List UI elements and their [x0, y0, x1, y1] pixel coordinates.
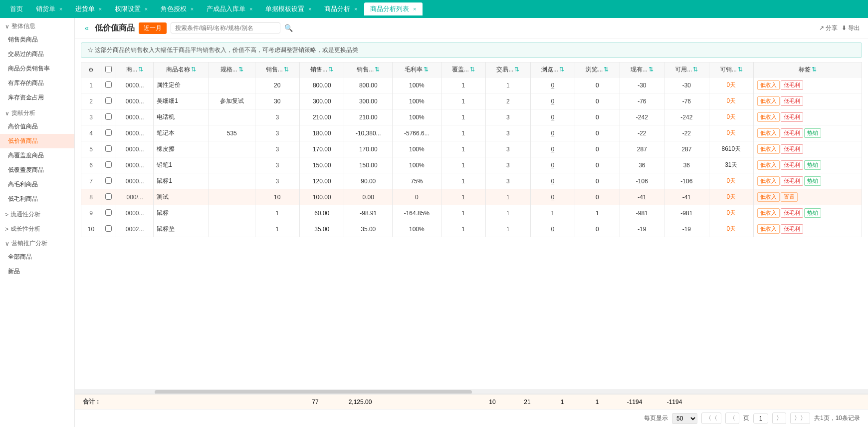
- th-tags[interactable]: 标签⇅: [754, 62, 862, 77]
- cell-name[interactable]: 铅笔1: [154, 157, 209, 173]
- contribution-collapse-icon[interactable]: ∨: [5, 110, 9, 117]
- export-btn[interactable]: ⬇ 导出: [842, 24, 860, 32]
- th-sale-qty[interactable]: 销售...⇅: [255, 62, 299, 77]
- cell-view1[interactable]: 0: [530, 93, 575, 109]
- sidebar-item-sales-products[interactable]: 销售类商品: [0, 32, 74, 47]
- th-trade[interactable]: 交易...⇅: [486, 62, 530, 77]
- cell-checkbox[interactable]: [101, 125, 116, 141]
- cell-checkbox[interactable]: [101, 205, 116, 221]
- th-name[interactable]: 商品名称⇅: [154, 62, 209, 77]
- cell-name[interactable]: 橡皮擦: [154, 141, 209, 157]
- th-available[interactable]: 可用...⇅: [664, 62, 709, 77]
- nav-product-stock-close[interactable]: ×: [249, 6, 252, 12]
- th-sale-amount[interactable]: 销售...⇅: [344, 62, 393, 77]
- nav-permissions-close[interactable]: ×: [145, 6, 148, 12]
- filter-recent-month-btn[interactable]: 近一月: [139, 22, 167, 34]
- sidebar-item-in-stock[interactable]: 有库存的商品: [0, 76, 74, 90]
- nav-sales[interactable]: 销货单 ×: [30, 2, 68, 15]
- sidebar-item-high-coverage[interactable]: 高覆盖度商品: [0, 148, 74, 163]
- cell-view1[interactable]: 0: [530, 141, 575, 157]
- cell-name[interactable]: 属性定价: [154, 77, 209, 93]
- cell-checkbox[interactable]: [101, 141, 116, 157]
- sidebar-group-flow[interactable]: > 流通性分析: [0, 206, 74, 221]
- row-checkbox[interactable]: [105, 225, 112, 232]
- sidebar-item-low-coverage[interactable]: 低覆盖度商品: [0, 163, 74, 177]
- sidebar-group-overall[interactable]: ∨ 整体信息: [0, 18, 74, 32]
- collapse-icon[interactable]: ∨: [5, 23, 9, 30]
- cell-view1[interactable]: 0: [530, 77, 575, 93]
- nav-roles-close[interactable]: ×: [191, 6, 194, 12]
- sidebar-item-category-rate[interactable]: 商品分类销售率: [0, 61, 74, 76]
- cell-checkbox[interactable]: [101, 189, 116, 205]
- cell-name[interactable]: 电话机: [154, 109, 209, 125]
- cell-view1[interactable]: 0: [530, 157, 575, 173]
- nav-purchase-close[interactable]: ×: [99, 6, 102, 12]
- th-view1[interactable]: 浏览...⇅: [530, 62, 575, 77]
- cell-view1[interactable]: 0: [530, 109, 575, 125]
- sidebar-item-high-value[interactable]: 高价值商品: [0, 119, 74, 134]
- table-wrapper[interactable]: ⚙ 商...⇅ 商品名称⇅ 规格...⇅ 销售...⇅ 销售...⇅ 销售...…: [75, 62, 868, 390]
- sidebar-item-traded[interactable]: 交易过的商品: [0, 47, 74, 61]
- cell-name[interactable]: 吴细细1: [154, 93, 209, 109]
- row-checkbox[interactable]: [105, 113, 112, 120]
- cell-checkbox[interactable]: [101, 173, 116, 189]
- th-sale-price[interactable]: 销售...⇅: [299, 62, 344, 77]
- nav-roles[interactable]: 角色授权 ×: [155, 2, 200, 15]
- sidebar-group-growth[interactable]: > 成长性分析: [0, 221, 74, 235]
- row-checkbox[interactable]: [105, 145, 112, 152]
- sidebar-item-all-products[interactable]: 全部商品: [0, 250, 74, 264]
- footer-scroll[interactable]: [75, 390, 868, 394]
- sidebar-item-new-products[interactable]: 新品: [0, 264, 74, 279]
- cell-name[interactable]: 测试: [154, 189, 209, 205]
- cell-name[interactable]: 鼠标1: [154, 173, 209, 189]
- nav-product-analysis[interactable]: 商品分析 ×: [318, 2, 363, 15]
- nav-template-close[interactable]: ×: [308, 6, 311, 12]
- share-btn[interactable]: ↗ 分享: [819, 24, 838, 32]
- nav-product-analysis-list[interactable]: 商品分析列表 ×: [364, 2, 422, 15]
- th-checkbox[interactable]: [101, 62, 116, 77]
- row-checkbox[interactable]: [105, 193, 112, 200]
- nav-analysis-close[interactable]: ×: [354, 6, 357, 12]
- th-saleable[interactable]: 可销...⇅: [709, 62, 753, 77]
- row-checkbox[interactable]: [105, 209, 112, 216]
- sidebar-group-contribution[interactable]: ∨ 贡献分析: [0, 105, 74, 119]
- row-checkbox[interactable]: [105, 161, 112, 168]
- th-settings[interactable]: ⚙: [81, 62, 101, 77]
- row-checkbox[interactable]: [105, 97, 112, 104]
- prev-page-btn[interactable]: 〈: [725, 413, 739, 424]
- cell-view1[interactable]: 1: [530, 205, 575, 221]
- per-page-select[interactable]: 50 100 200: [672, 413, 697, 424]
- th-code[interactable]: 商...⇅: [116, 62, 153, 77]
- first-page-btn[interactable]: 〈〈: [701, 413, 721, 424]
- next-page-btn[interactable]: 〉: [772, 413, 786, 424]
- nav-permissions[interactable]: 权限设置 ×: [109, 2, 154, 15]
- cell-checkbox[interactable]: [101, 109, 116, 125]
- cell-view1[interactable]: 0: [530, 189, 575, 205]
- th-current[interactable]: 现有...⇅: [620, 62, 664, 77]
- sidebar-item-stock-capital[interactable]: 库存资金占用: [0, 90, 74, 105]
- cell-checkbox[interactable]: [101, 77, 116, 93]
- sidebar-item-high-margin[interactable]: 高毛利商品: [0, 177, 74, 192]
- row-checkbox[interactable]: [105, 177, 112, 184]
- th-view2[interactable]: 浏览...⇅: [575, 62, 620, 77]
- row-checkbox[interactable]: [105, 81, 112, 88]
- cell-view1[interactable]: 0: [530, 125, 575, 141]
- cell-name[interactable]: 鼠标: [154, 205, 209, 221]
- cell-checkbox[interactable]: [101, 221, 116, 237]
- th-margin[interactable]: 毛利率⇅: [393, 62, 441, 77]
- nav-template[interactable]: 单据模板设置 ×: [259, 2, 317, 15]
- sidebar-collapse-btn[interactable]: «: [83, 22, 91, 34]
- sidebar-item-low-margin[interactable]: 低毛利商品: [0, 192, 74, 206]
- sidebar-item-low-value[interactable]: 低价值商品: [0, 134, 74, 148]
- search-input[interactable]: [171, 22, 280, 33]
- row-checkbox[interactable]: [105, 129, 112, 136]
- cell-checkbox[interactable]: [101, 157, 116, 173]
- select-all-checkbox[interactable]: [105, 66, 112, 72]
- cell-name[interactable]: 鼠标垫: [154, 221, 209, 237]
- th-coverage[interactable]: 覆盖...⇅: [441, 62, 485, 77]
- cell-view1[interactable]: 0: [530, 221, 575, 237]
- nav-product-stock[interactable]: 产成品入库单 ×: [201, 2, 258, 15]
- last-page-btn[interactable]: 〉〉: [790, 413, 810, 424]
- page-number-input[interactable]: [753, 414, 768, 424]
- search-icon[interactable]: 🔍: [284, 24, 293, 32]
